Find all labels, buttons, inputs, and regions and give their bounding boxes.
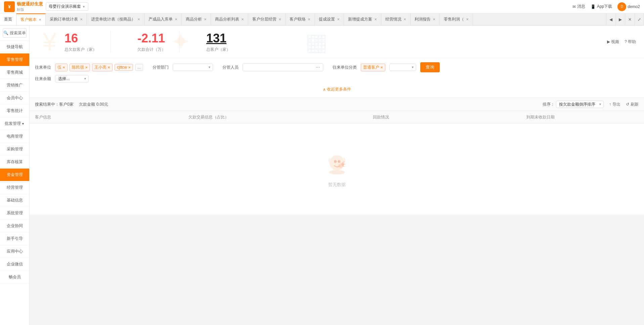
query-button[interactable]: 查询	[420, 62, 440, 72]
filter-tag-3: 王小亮 ✕	[92, 64, 113, 71]
close-icon[interactable]: ✕	[175, 17, 177, 21]
more-dots-icon[interactable]: ···	[316, 65, 320, 70]
sidebar-item-system-mgmt[interactable]: 系统管理	[0, 207, 29, 220]
sidebar-item-retail-stats[interactable]: 零售统计	[0, 105, 29, 117]
sidebar-item-retail-mall[interactable]: 零售商城	[0, 66, 29, 79]
chevron-down-icon: ▼	[22, 122, 25, 125]
filter-tag-more[interactable]: ...	[135, 64, 143, 71]
category-select[interactable]	[389, 64, 416, 71]
sidebar-item-app-center[interactable]: 应用中心	[0, 245, 29, 258]
category-label: 往来单位分类	[333, 65, 357, 70]
tabbar: 首页 客户账本 ✕ 采购订单统计表 ✕ 进货单统计表（按商品） ✕ 产成品入库单…	[0, 13, 644, 26]
message-icon: ✉	[572, 4, 576, 9]
account-dropdown[interactable]: 母婴行业演示账套 ▼	[46, 2, 88, 11]
sidebar-item-newbie-guide[interactable]: 新手引导	[0, 232, 29, 245]
topbar-left: ¥ 畅捷通好生意 标版 母婴行业演示账套 ▼	[4, 1, 88, 12]
result-info-bar: 搜索结果中：客户0家 欠款金额 0.00元 排序： 按欠款金额倒序排序 ↑ 导出	[30, 98, 644, 111]
tab-next-btn[interactable]: ▶	[616, 13, 625, 26]
result-info-right: 排序： 按欠款金额倒序排序 ↑ 导出 ↺ 刷新	[543, 101, 639, 108]
close-icon[interactable]: ✕	[308, 17, 310, 21]
tab-profit-report[interactable]: 利润报告 ✕	[411, 13, 440, 26]
tab-customer-segment[interactable]: 客户分层经营 ✕	[248, 13, 286, 26]
close-icon[interactable]: ✕	[374, 17, 377, 21]
sidebar-item-finance[interactable]: 资金管理	[0, 169, 29, 181]
sidebar-item-wholesale-mgmt[interactable]: 批发管理 ▼	[0, 117, 29, 130]
total-customers2-label: 总客户（家）	[206, 47, 230, 52]
help-btn[interactable]: ? 帮助	[625, 39, 636, 45]
balance-select-wrapper: 选择...	[55, 75, 89, 82]
sidebar-item-basic-info[interactable]: 基础信息	[0, 194, 29, 207]
sidebar-item-enterprise-collab[interactable]: 企业协同	[0, 220, 29, 232]
close-icon[interactable]: ✕	[466, 17, 469, 21]
tab-close-all-btn[interactable]: ✕	[625, 13, 635, 26]
close-icon[interactable]: ✕	[39, 18, 41, 22]
tag-close-btn-2[interactable]: ✕	[85, 66, 88, 69]
stat-decoration-3: ▦	[305, 28, 328, 56]
sidebar-item-inventory[interactable]: 库存核算	[0, 156, 29, 169]
close-icon[interactable]: ✕	[80, 17, 83, 21]
close-icon[interactable]: ✕	[241, 17, 244, 21]
tab-home[interactable]: 首页	[0, 13, 16, 26]
unit-label: 往来单位	[35, 65, 51, 70]
person-input[interactable]	[246, 65, 314, 70]
video-btn[interactable]: ▶ 视频	[607, 39, 619, 45]
search-menu-btn[interactable]: 🔍 搜索菜单	[3, 28, 27, 38]
sidebar-item-marketing[interactable]: 营销推广	[0, 79, 29, 92]
tag-close-btn-4[interactable]: ✕	[128, 66, 131, 69]
topbar: ¥ 畅捷通好生意 标版 母婴行业演示账套 ▼ ✉ 消息 📱 App下载 D de…	[0, 0, 644, 13]
tab-customer-contact[interactable]: 客户联络 ✕	[286, 13, 315, 26]
tab-retail-profit[interactable]: 零售利润（ ✕	[440, 13, 473, 26]
tab-inbound-stats[interactable]: 进货单统计表（按商品） ✕	[87, 13, 144, 26]
sidebar-item-ecommerce[interactable]: 电商管理	[0, 130, 29, 143]
close-icon[interactable]: ✕	[137, 17, 140, 21]
user-menu[interactable]: D demo2	[617, 2, 640, 11]
avatar: D	[617, 2, 626, 11]
close-icon[interactable]: ✕	[337, 17, 340, 21]
tag-close-btn-1[interactable]: ✕	[62, 66, 65, 69]
close-icon[interactable]: ✕	[204, 17, 207, 21]
logo-area: ¥ 畅捷通好生意 标版	[4, 1, 43, 12]
close-icon[interactable]: ✕	[403, 17, 406, 21]
tab-add-promotion[interactable]: 新增提成方案 ✕	[344, 13, 381, 26]
message-btn[interactable]: ✉ 消息	[572, 4, 585, 9]
dept-label: 分管部门	[153, 65, 169, 70]
sidebar-item-purchase-mgmt[interactable]: 采购管理	[0, 143, 29, 156]
refresh-icon: ↺	[626, 102, 629, 107]
sidebar-item-operations[interactable]: 经营管理	[0, 181, 29, 194]
tag-close-btn-3[interactable]: ✕	[108, 66, 110, 69]
total-customers2-value: 131	[206, 31, 226, 45]
total-customers-value: 16	[65, 31, 78, 45]
sidebar-search-area: 🔍 搜索菜单	[0, 26, 29, 41]
export-btn[interactable]: ↑ 导出	[609, 102, 620, 107]
empty-state: 暂无数据	[30, 124, 644, 215]
tab-product-inbound[interactable]: 产成品入库单 ✕	[144, 13, 182, 26]
balance-select[interactable]: 选择...	[55, 75, 89, 82]
filter-tag-4: cjttcw ✕	[115, 64, 133, 71]
tab-operation-status[interactable]: 经营情况 ✕	[381, 13, 411, 26]
logo-text: 畅捷通好生意 标版	[17, 1, 43, 12]
sidebar-item-retail-mgmt[interactable]: 零售管理	[0, 53, 29, 66]
collapse-btn[interactable]: ∧ 收起更多条件	[319, 85, 355, 94]
sidebar-item-enterprise-wechat[interactable]: 企业微信	[0, 258, 29, 271]
close-icon[interactable]: ✕	[433, 17, 435, 21]
tab-promotion-settings[interactable]: 提成设置 ✕	[315, 13, 344, 26]
close-icon[interactable]: ✕	[278, 17, 281, 21]
sidebar-item-quick-nav[interactable]: 快捷导航	[0, 41, 29, 53]
dept-select[interactable]	[173, 64, 213, 71]
tab-product-analysis[interactable]: 商品分析 ✕	[182, 13, 211, 26]
category-tag-close-btn[interactable]: ✕	[380, 66, 383, 69]
tab-purchase-order-stats[interactable]: 采购订单统计表 ✕	[46, 13, 87, 26]
chevron-down-icon: ▼	[82, 5, 85, 8]
sort-select-wrapper: 按欠款金额倒序排序	[556, 101, 604, 108]
sidebar-item-vip-member[interactable]: 畅会员	[0, 271, 29, 284]
sort-select[interactable]: 按欠款金额倒序排序	[556, 101, 604, 108]
sidebar-item-member-center[interactable]: 会员中心	[0, 92, 29, 105]
app-download-btn[interactable]: 📱 App下载	[591, 4, 612, 9]
tab-product-analysis-list[interactable]: 商品分析列表 ✕	[211, 13, 248, 26]
tab-maximize-btn[interactable]: ⤢	[635, 13, 644, 26]
tab-prev-btn[interactable]: ◀	[606, 13, 616, 26]
refresh-btn[interactable]: ↺ 刷新	[626, 102, 639, 107]
main-layout: 🔍 搜索菜单 快捷导航 零售管理 零售商城 营销推广 会员中心 零售统计 批发管…	[0, 26, 644, 325]
filter-row-1: 往来单位 伍 ✕ 陈民强 ✕ 王小亮 ✕ cjttcw	[35, 62, 639, 72]
tab-customer-accounts[interactable]: 客户账本 ✕	[16, 13, 46, 26]
